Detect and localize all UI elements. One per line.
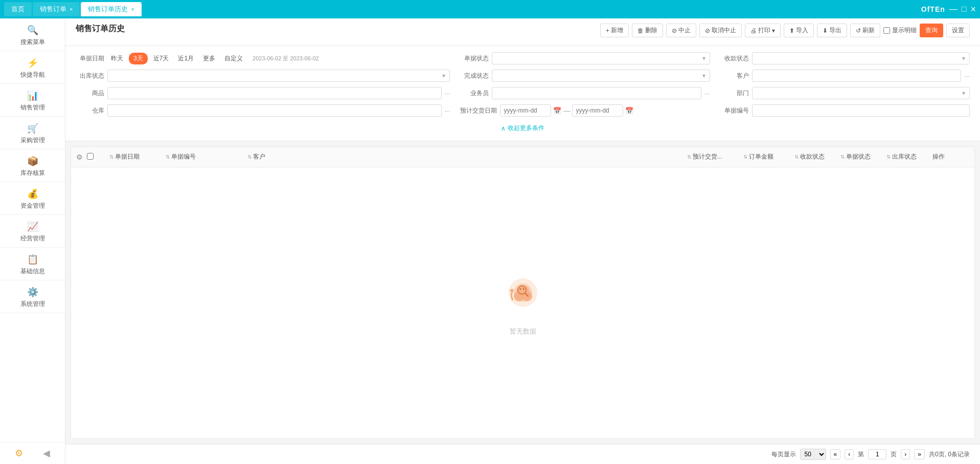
sidebar-item-inventory[interactable]: 📦 库存核算 xyxy=(0,149,65,182)
status-select[interactable]: ▾ xyxy=(492,52,710,64)
filter-dept-item: 部门 ▾ xyxy=(720,87,970,99)
date-custom-label: 自定义 xyxy=(224,55,243,62)
filter-goods-item: 商品 ··· xyxy=(76,87,450,99)
date-3days-btn[interactable]: 3天 xyxy=(129,53,148,64)
warehouse-ellipsis[interactable]: ··· xyxy=(445,107,450,115)
refresh-icon: ↺ xyxy=(856,27,861,34)
add-button[interactable]: + 新增 xyxy=(600,24,629,37)
last-page-btn[interactable]: » xyxy=(914,449,925,459)
date-1month-btn[interactable]: 近1月 xyxy=(174,53,197,64)
delivery-date-from[interactable] xyxy=(500,104,551,117)
sidebar-item-system[interactable]: ⚙️ 系统管理 xyxy=(0,280,65,313)
th-customer-icon: ⇅ xyxy=(247,154,252,160)
page-input[interactable] xyxy=(868,449,886,459)
filter-date-item: 单据日期 昨天 3天 近7天 近1月 xyxy=(76,53,450,64)
filter-row-4: 仓库 ··· 预计交货日期 📅 — 📅 xyxy=(76,104,970,117)
sidebar-collapse-icon[interactable]: ◀ xyxy=(43,448,50,459)
refresh-label: 刷新 xyxy=(862,26,875,35)
sidebar-item-basic-info[interactable]: 📋 基础信息 xyxy=(0,248,65,280)
setting-button[interactable]: 设置 xyxy=(946,24,970,37)
import-button[interactable]: ⬆ 导入 xyxy=(784,24,814,37)
order-no-input[interactable] xyxy=(752,104,970,117)
goods-input[interactable] xyxy=(107,87,442,99)
window-close-btn[interactable]: × xyxy=(970,4,976,15)
th-payment[interactable]: ⇅ 收款状态 xyxy=(790,152,836,161)
warehouse-input[interactable] xyxy=(107,104,442,117)
th-ship[interactable]: ⇅ 出库状态 xyxy=(882,152,928,161)
sidebar-item-sales[interactable]: 📊 销售管理 xyxy=(0,84,65,117)
delivery-date-to[interactable] xyxy=(572,104,623,117)
import-label: 导入 xyxy=(796,26,808,35)
tab-home[interactable]: 首页 xyxy=(4,2,32,16)
th-payment-label: 收款状态 xyxy=(800,152,825,161)
date-yesterday-btn[interactable]: 昨天 xyxy=(107,53,127,64)
collapse-label: 收起更多条件 xyxy=(508,124,544,132)
sidebar-sales-label: 销售管理 xyxy=(20,103,45,112)
table-settings-icon[interactable]: ⚙ xyxy=(76,153,83,161)
sidebar-inventory-label: 库存核算 xyxy=(20,169,45,178)
next-page-btn[interactable]: › xyxy=(901,449,910,459)
th-customer[interactable]: ⇅ 客户 xyxy=(243,152,683,161)
window-max-btn[interactable]: □ xyxy=(962,5,967,14)
th-amount-icon: ⇅ xyxy=(743,154,747,160)
ship-status-select[interactable]: ▾ xyxy=(107,70,450,82)
salesperson-input[interactable] xyxy=(492,87,701,99)
finance-icon: 💰 xyxy=(27,188,38,200)
salesperson-ellipsis[interactable]: ··· xyxy=(704,90,710,97)
sidebar-item-purchase[interactable]: 🛒 采购管理 xyxy=(0,117,65,149)
sidebar-item-search[interactable]: 🔍 搜索菜单 xyxy=(0,18,65,51)
tab-home-label: 首页 xyxy=(11,5,25,14)
calendar-from-icon[interactable]: 📅 xyxy=(553,107,561,115)
complete-status-select[interactable]: ▾ xyxy=(492,70,710,82)
sidebar-operation-label: 经营管理 xyxy=(20,234,45,243)
sidebar-item-finance[interactable]: 💰 资金管理 xyxy=(0,182,65,215)
window-min-btn[interactable]: — xyxy=(949,5,958,14)
filter-customer-item: 客户 ··· xyxy=(720,70,970,82)
brand-text: OfTEn xyxy=(921,5,945,13)
th-status[interactable]: ⇅ 单据状态 xyxy=(836,152,882,161)
sidebar-item-quick-nav[interactable]: ⚡ 快捷导航 xyxy=(0,51,65,84)
delete-icon: 🗑 xyxy=(637,27,644,34)
th-ship-label: 出库状态 xyxy=(892,152,917,161)
display-detail-checkbox[interactable]: 显示明细 xyxy=(883,26,917,35)
sidebar-quick-nav-label: 快捷导航 xyxy=(20,71,45,79)
sidebar-item-operation[interactable]: 📈 经营管理 xyxy=(0,215,65,248)
th-date[interactable]: ⇅ 单据日期 xyxy=(105,152,162,161)
receipt-status-select[interactable]: ▾ xyxy=(752,52,970,64)
goods-ellipsis[interactable]: ··· xyxy=(445,90,450,97)
sidebar-settings-icon[interactable]: ⚙ xyxy=(15,448,23,459)
select-all-checkbox[interactable] xyxy=(87,153,94,160)
filter-order-no-item: 单据编号 xyxy=(720,104,970,117)
collapse-row[interactable]: ∧ 收起更多条件 xyxy=(76,122,970,135)
prev-page-btn[interactable]: ‹ xyxy=(845,449,854,459)
customer-input[interactable] xyxy=(752,70,961,82)
tab-sales-order-close[interactable]: × xyxy=(70,6,73,12)
refresh-button[interactable]: ↺ 刷新 xyxy=(850,24,880,37)
th-delivery[interactable]: ⇅ 预计交货... xyxy=(683,152,739,161)
tab-sales-order[interactable]: 销售订单 × xyxy=(33,2,80,16)
tab-sales-order-history-close[interactable]: × xyxy=(131,6,134,12)
date-7days-btn[interactable]: 近7天 xyxy=(150,53,173,64)
delete-button[interactable]: 🗑 删除 xyxy=(632,24,663,37)
th-no[interactable]: ⇅ 单据编号 xyxy=(162,152,243,161)
ship-status-dropdown-icon: ▾ xyxy=(442,72,445,79)
display-detail-input[interactable] xyxy=(883,27,890,34)
date-custom-btn[interactable]: 自定义 xyxy=(221,53,246,64)
tab-sales-order-history[interactable]: 销售订单历史 × xyxy=(81,2,141,16)
export-button[interactable]: ⬇ 导出 xyxy=(817,24,847,37)
page-size-select[interactable]: 50 10 20 100 xyxy=(800,449,826,460)
th-action: 操作 xyxy=(928,152,969,161)
empty-illustration xyxy=(497,270,549,321)
first-page-btn[interactable]: « xyxy=(830,449,841,459)
query-button[interactable]: 查询 xyxy=(920,24,943,37)
stop-button[interactable]: ⊘ 中止 xyxy=(666,24,696,37)
customer-ellipsis[interactable]: ··· xyxy=(964,72,970,80)
date-more-btn[interactable]: 更多 xyxy=(199,53,219,64)
print-button[interactable]: 🖨 打印 ▾ xyxy=(745,24,781,37)
calendar-to-icon[interactable]: 📅 xyxy=(625,107,633,115)
order-no-label: 单据编号 xyxy=(720,106,749,115)
cancel-stop-button[interactable]: ⊘ 取消中止 xyxy=(699,24,742,37)
top-bar-right: OfTEn — □ × xyxy=(921,4,976,15)
dept-select[interactable]: ▾ xyxy=(752,87,970,99)
th-amount[interactable]: ⇅ 订单金额 xyxy=(739,152,790,161)
